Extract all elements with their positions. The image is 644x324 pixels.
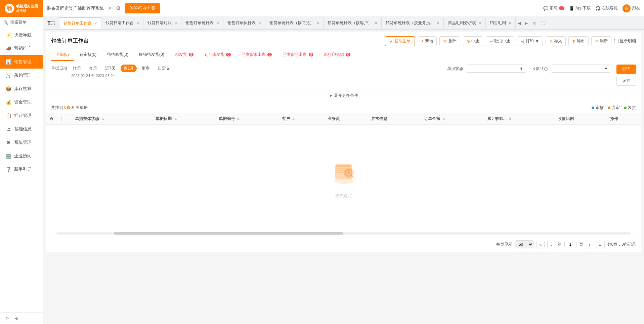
payment-select[interactable]: ▼ [551,65,611,73]
import-button[interactable]: ⬇ 导入 [546,36,566,46]
sub-tab-not-printed[interactable]: 未打印单据 0 [319,49,355,61]
header-checkbox[interactable] [61,117,66,121]
revoke-action[interactable]: 弃审 [608,105,620,111]
tab-close-icon[interactable]: ✕ [316,21,319,25]
sidebar-item-basic-info[interactable]: 🗂 基础信息 [0,122,43,136]
sub-tab-shipped-out[interactable]: 已发货已出库 0 [278,49,318,61]
tab-close-icon[interactable]: ✕ [136,21,139,25]
ship-action[interactable]: 发货 [624,105,636,111]
th-date[interactable]: 单据日期 ⇅ [152,113,215,125]
page-size-select[interactable]: 50 100 200 [515,240,533,248]
delete-button[interactable]: 🗑 删除 [439,36,460,46]
tab-close-all-button[interactable]: ✕ [530,21,539,26]
smart-order-button[interactable]: ★ 智能生单 [385,36,415,46]
date-btn-custom[interactable]: 自定义 [155,65,173,72]
th-ratio[interactable]: 收款比例 [554,113,606,125]
tab-close-icon[interactable]: ✕ [509,21,511,25]
refresh-button[interactable]: ↻ 刷新 [591,36,611,46]
sub-tab-pending-review[interactable]: 待审核(0) [75,49,101,61]
sidebar-settings-icon[interactable]: ⚙ [5,316,9,321]
sidebar-item-inventory[interactable]: 📦 库存核算 [0,82,43,95]
audit-action[interactable]: 审核 [592,105,604,111]
tab-sales-by-product[interactable]: 销货单统计表（按商品） ✕ [265,17,324,30]
th-staff[interactable]: 业务员 [324,113,368,125]
sidebar-item-purchase[interactable]: 🛒 采购管理 [0,69,43,82]
date-btn-1month[interactable]: 近1月 [121,65,137,72]
query-button[interactable]: 查询 [616,65,636,74]
sub-tab-shipped-not-out[interactable]: 已发货未出库 0 [237,49,277,61]
sidebar-item-system[interactable]: ⚙ 系统管理 [0,136,43,149]
tab-sales-profit[interactable]: 销售毛利 ✕ [486,17,516,30]
tab-sales-stats[interactable]: 销售订单统计表 ✕ [181,17,223,30]
tab-sales-exec[interactable]: 销售订单执行表 ✕ [223,17,265,30]
date-btn-7days[interactable]: 近7天 [102,65,119,72]
th-customer[interactable]: 客户 ⇅ [278,113,324,125]
tab-close-icon[interactable]: ✕ [258,21,261,25]
tab-cash-daily[interactable]: 钱货日清工作台 ✕ [101,17,143,30]
user-action[interactable]: 友 用友 [622,4,640,12]
th-status[interactable]: 单据整体状态 ⇅ [71,113,152,125]
online-service-action[interactable]: 🎧 在线客服 [595,5,618,11]
tab-sales-by-customer[interactable]: 销货单统计表（按客户） ✕ [324,17,382,30]
sidebar-search[interactable]: 🔍 搜索菜单 [0,17,43,28]
app-download-action[interactable]: 📱 App下载 [569,5,591,11]
th-checkbox[interactable] [57,113,71,125]
show-detail-checkbox-label[interactable]: 显示明细 [614,38,636,44]
date-btn-today[interactable]: 今天 [86,65,100,72]
horizontal-scrollbar[interactable] [56,232,631,235]
tab-close-icon[interactable]: ✕ [216,21,219,25]
scrollbar-thumb[interactable] [114,232,344,235]
tab-scroll-left-icon[interactable]: ◀ [516,21,523,26]
th-number[interactable]: 单据编号 ⇅ [215,113,278,125]
tab-close-icon[interactable]: ✕ [174,21,177,25]
status-select[interactable]: ▼ [466,65,526,73]
header-dropdown-icon[interactable]: ▼ [108,6,112,11]
print-button[interactable]: 🖨 打印 ▼ [517,36,543,46]
sub-tab-all[interactable]: 全部(0) [51,49,74,61]
cancel-suspend-button[interactable]: ↩ 取消中止 [486,36,514,46]
sub-tab-expired-not-shipped[interactable]: 到期未发货 0 [200,49,235,61]
header-gear-icon[interactable]: ⚙ [116,5,121,11]
industry-solution-button[interactable]: 体验行业方案 [125,3,160,13]
sidebar-item-enterprise[interactable]: 🏢 企业协同 [0,149,43,163]
export-button[interactable]: ⬆ 导出 [568,36,589,46]
sidebar-item-sales[interactable]: 📊 销售管理 [0,55,43,69]
tab-close-icon[interactable]: ✕ [479,21,481,25]
tab-close-icon[interactable]: ✕ [437,21,439,25]
th-settings[interactable]: ⚙ [46,113,57,125]
tab-sales-workbench[interactable]: 销售订单工作台 ✕ [59,17,101,30]
first-page-button[interactable]: « [536,241,545,248]
sidebar-item-marketing[interactable]: 📣 营销推广 [0,42,43,55]
date-btn-more[interactable]: 更多 [139,65,153,72]
th-amount[interactable]: 订单金额 ⇅ [420,113,483,125]
expand-more-button[interactable]: ▼ 展开更多条件 [326,91,361,100]
date-btn-yesterday[interactable]: 昨天 [70,65,84,72]
th-abnormal[interactable]: 异常信息 [367,113,420,125]
show-detail-checkbox[interactable] [614,39,618,43]
prev-page-button[interactable]: ‹ [547,241,555,248]
tab-close-icon[interactable]: ✕ [94,22,97,25]
sidebar-item-finance[interactable]: 💰 资金管理 [0,95,43,109]
th-received[interactable]: 累计收款... ⇅ [483,113,554,125]
messages-action[interactable]: 💬 消息 6 [543,5,564,11]
tab-margin-analysis[interactable]: 商品毛利分析表 ✕ [444,17,486,30]
tab-scroll-right-icon[interactable]: ▶ [523,21,530,26]
last-page-button[interactable]: » [596,241,604,248]
sidebar-collapse-icon[interactable]: ◀ [14,316,17,321]
sub-tab-not-shipped[interactable]: 未发货 0 [170,49,198,61]
sub-tab-pending-inspection[interactable]: 待拣验货(0) [102,49,133,61]
tab-home[interactable]: 首页 [43,17,59,30]
add-button[interactable]: + 新增 [418,36,437,46]
tab-sales-by-staff[interactable]: 销货单统计表（按业务员） ✕ [382,17,444,30]
next-page-button[interactable]: › [586,241,593,248]
page-number-input[interactable] [564,241,576,248]
sidebar-item-shortcut[interactable]: ⚡ 快捷导航 [0,28,43,42]
tab-maximize-icon[interactable]: ⛶ [539,21,546,26]
tab-cash-reconcile[interactable]: 钱货日清对账 ✕ [143,17,181,30]
sidebar-item-guide[interactable]: ❓ 新手引导 [0,163,43,176]
suspend-button[interactable]: ⊙ 中止 [463,36,483,46]
sidebar-item-operations[interactable]: 📋 经营管理 [0,109,43,122]
set-button[interactable]: 设置 [616,76,636,86]
sub-tab-wangpu[interactable]: 旺铺待发货(0) [134,49,169,61]
tab-close-icon[interactable]: ✕ [375,21,377,25]
